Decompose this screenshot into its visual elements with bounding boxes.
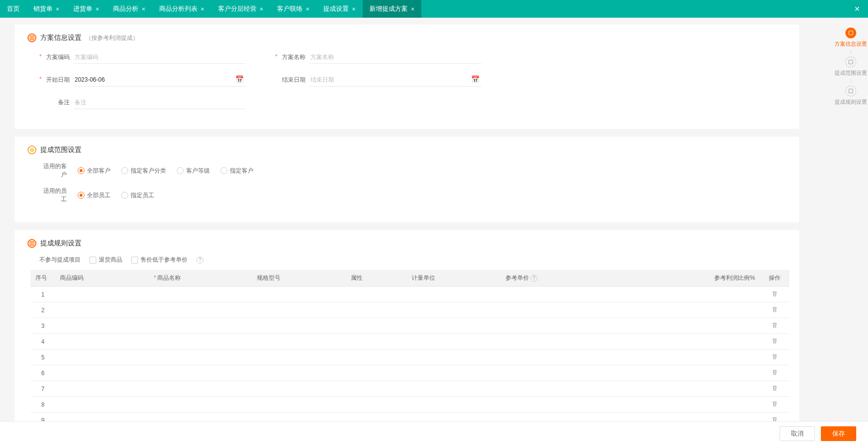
delete-row-icon[interactable]	[771, 402, 778, 409]
section-icon	[28, 239, 36, 248]
input-remark[interactable]	[74, 95, 246, 109]
col-6: 参考单价 ?	[501, 270, 618, 287]
tab-销货单[interactable]: 销货单✕	[27, 0, 66, 18]
table-row[interactable]: 7	[30, 381, 789, 397]
tab-close-icon[interactable]: ✕	[56, 6, 59, 12]
tab-首页[interactable]: 首页	[0, 0, 27, 18]
rules-table: 序号商品编码*商品名称规格型号属性计量单位参考单价 ?参考利润比例%操作 123…	[30, 270, 789, 444]
panel-title: 提成规则设置	[40, 239, 82, 248]
section-icon	[28, 33, 36, 42]
tab-close-icon[interactable]: ✕	[411, 6, 415, 12]
label-start-date: 开始日期	[39, 76, 74, 84]
panel-plan-info: 方案信息设置 （按参考利润提成） 方案编码 方案名称 开始日期	[15, 25, 799, 129]
col-2: *商品名称	[149, 270, 252, 287]
radio-customer-3[interactable]: 指定客户	[221, 167, 253, 175]
table-row[interactable]: 4	[30, 334, 789, 350]
table-row[interactable]: 6	[30, 365, 789, 381]
svg-rect-11	[849, 60, 853, 64]
table-row[interactable]: 1	[30, 287, 789, 302]
col-1: 商品编码	[55, 270, 149, 287]
delete-row-icon[interactable]	[771, 307, 778, 314]
section-nav-0[interactable]: 方案信息设置	[835, 28, 867, 48]
tab-客户分层经营[interactable]: 客户分层经营✕	[211, 0, 270, 18]
checkbox-1[interactable]: 售价低于参考单价	[131, 256, 188, 264]
label-customer-scope: 适用的客户	[39, 162, 67, 179]
panel-title: 方案信息设置	[40, 33, 82, 42]
tab-商品分析[interactable]: 商品分析✕	[106, 0, 152, 18]
tab-客户联络[interactable]: 客户联络✕	[270, 0, 316, 18]
scope-customer-row: 适用的客户 全部客户指定客户分类客户等级指定客户	[39, 162, 786, 179]
help-icon[interactable]: ?	[196, 257, 203, 264]
svg-point-5	[31, 149, 33, 151]
delete-row-icon[interactable]	[771, 323, 778, 330]
radio-customer-1[interactable]: 指定客户分类	[121, 167, 166, 175]
section-nav-1[interactable]: 提成范围设置	[835, 57, 867, 77]
delete-row-icon[interactable]	[771, 339, 778, 346]
svg-rect-12	[849, 89, 853, 93]
close-all-tabs[interactable]: ✕	[850, 0, 864, 18]
label-code: 方案编码	[39, 53, 74, 61]
col-3: 规格型号	[252, 270, 346, 287]
delete-row-icon[interactable]	[771, 355, 778, 361]
label-remark: 备注	[39, 98, 74, 107]
table-row[interactable]: 2	[30, 302, 789, 318]
delete-row-icon[interactable]	[771, 386, 778, 393]
radio-staff-0[interactable]: 全部员工	[78, 191, 111, 200]
svg-rect-10	[849, 31, 853, 35]
radio-customer-0[interactable]: 全部客户	[78, 167, 111, 175]
section-nav: 方案信息设置提成范围设置提成规则设置	[834, 18, 868, 106]
input-end-date[interactable]	[309, 73, 481, 87]
label-name: 方案名称	[275, 53, 309, 61]
tab-提成设置[interactable]: 提成设置✕	[316, 0, 363, 18]
save-button[interactable]: 保存	[821, 426, 856, 441]
tab-进货单[interactable]: 进货单✕	[66, 0, 106, 18]
nav-tabs: 首页销货单✕进货单✕商品分析✕商品分析列表✕客户分层经营✕客户联络✕提成设置✕新…	[0, 0, 868, 18]
label-end-date: 结束日期	[275, 76, 309, 84]
input-start-date[interactable]	[74, 73, 246, 87]
radio-staff-1[interactable]: 指定员工	[121, 191, 154, 200]
input-plan-code[interactable]	[74, 50, 246, 64]
panel-scope: 提成范围设置 适用的客户 全部客户指定客户分类客户等级指定客户 适用的员工 全部…	[15, 137, 799, 222]
col-8: 操作	[760, 270, 789, 287]
tab-close-icon[interactable]: ✕	[352, 6, 356, 12]
section-nav-2[interactable]: 提成规则设置	[835, 86, 867, 106]
help-icon[interactable]: ?	[531, 275, 537, 282]
scope-staff-row: 适用的员工 全部员工指定员工	[39, 187, 786, 204]
cancel-button[interactable]: 取消	[780, 426, 815, 441]
col-4: 属性	[346, 270, 407, 287]
label-exclude: 不参与提成项目	[39, 256, 81, 264]
label-staff-scope: 适用的员工	[39, 187, 67, 204]
tab-close-icon[interactable]: ✕	[200, 6, 204, 12]
tab-close-icon[interactable]: ✕	[259, 6, 263, 12]
tab-商品分析列表[interactable]: 商品分析列表✕	[152, 0, 211, 18]
radio-customer-2[interactable]: 客户等级	[177, 167, 210, 175]
col-0: 序号	[30, 270, 55, 287]
section-icon	[28, 146, 36, 154]
panel-rules: 提成规则设置 不参与提成项目 退货商品售价低于参考单价? 序号商品编码*商品名称…	[15, 230, 799, 445]
table-row[interactable]: 3	[30, 318, 789, 334]
delete-row-icon[interactable]	[771, 370, 778, 377]
footer-actions: 取消 保存	[0, 421, 868, 445]
table-row[interactable]: 5	[30, 350, 789, 365]
delete-row-icon[interactable]	[771, 292, 778, 298]
col-5: 计量单位	[407, 270, 501, 287]
col-7: 参考利润比例%	[618, 270, 760, 287]
tab-close-icon[interactable]: ✕	[95, 6, 99, 12]
tab-close-icon[interactable]: ✕	[306, 6, 309, 12]
tab-新增提成方案[interactable]: 新增提成方案✕	[363, 0, 421, 18]
input-plan-name[interactable]	[309, 50, 481, 64]
panel-title: 提成范围设置	[40, 146, 82, 154]
tab-close-icon[interactable]: ✕	[141, 6, 145, 12]
panel-subtitle: （按参考利润提成）	[85, 34, 139, 42]
table-row[interactable]: 8	[30, 397, 789, 413]
checkbox-0[interactable]: 退货商品	[89, 256, 122, 264]
